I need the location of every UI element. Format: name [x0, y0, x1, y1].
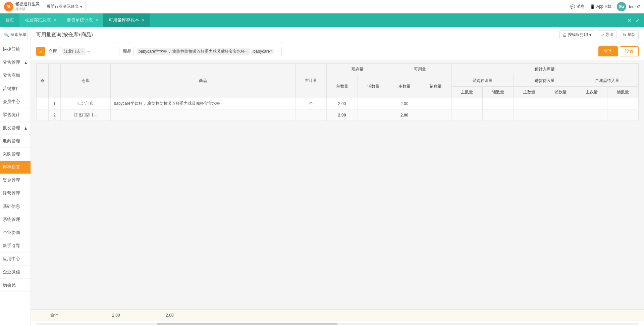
warehouse-filter-input[interactable]: 江北门店 × ···: [59, 47, 119, 56]
row-index: 1: [49, 98, 61, 109]
product-tag-1-close[interactable]: ×: [246, 49, 248, 53]
th-purchase-transit: 采购在途量: [451, 75, 514, 87]
brand-name: 畅捷通好生意: [15, 2, 40, 7]
product-filter-input[interactable]: babycare学饮杯 儿童防摔防撞吸管杯重力球吸嘴杯宝宝水杯 × babyca…: [133, 47, 282, 56]
scrollbar-thumb[interactable]: [157, 323, 337, 325]
export-button[interactable]: ↗ 导出: [598, 30, 616, 39]
query-button[interactable]: 查询: [598, 46, 618, 56]
tab-available-inventory[interactable]: 可用量库存账本 ×: [103, 13, 150, 27]
app-download-button[interactable]: 📱 App下载: [590, 4, 611, 9]
row-index: 2: [49, 109, 61, 121]
tab-order-close[interactable]: ×: [96, 18, 98, 22]
top-bar: 畅 畅捷通好生意 标准版 母婴行业演示账套 ▾ 💬 消息 📱 App下载 Ea …: [0, 0, 644, 13]
settings-button[interactable]: 设置: [620, 46, 639, 56]
sidebar-item-ops[interactable]: 经营管理: [0, 187, 31, 200]
sidebar-item-vip[interactable]: 畅会员: [0, 279, 31, 292]
tab-receive-label: 收发存汇总表: [25, 17, 51, 23]
tab-available-label: 可用量库存账本: [109, 17, 139, 23]
sidebar-item-label: 电商管理: [3, 138, 20, 144]
filter-actions: 查询 设置: [598, 46, 639, 56]
warehouse-ellipsis[interactable]: ···: [87, 49, 90, 54]
product-filter-group: 商品 babycare学饮杯 儿童防摔防撞吸管杯重力球吸嘴杯宝宝水杯 × bab…: [123, 47, 282, 56]
tab-expand-icon[interactable]: ⤢: [634, 16, 641, 25]
export-icon: ↗: [601, 33, 604, 37]
sidebar-item-label: 应用中心: [3, 256, 20, 262]
print-icon: 🖨: [562, 33, 567, 37]
refresh-button[interactable]: ↻ 刷新: [620, 30, 639, 39]
sidebar-item-basic[interactable]: 基础信息: [0, 200, 31, 213]
warehouse-filter-label: 仓库: [48, 48, 57, 54]
footer-values: 2.00 2.00: [74, 313, 641, 318]
sidebar-item-label: 零售统计: [3, 112, 20, 118]
filter-expand-button[interactable]: »: [36, 47, 45, 56]
sidebar-item-enterprise[interactable]: 企业协同: [0, 226, 31, 239]
template-selector[interactable]: 母婴行业演示账套 ▾: [43, 2, 86, 11]
row-purchase-aux: [482, 109, 514, 121]
chevron-icon: ▲: [23, 126, 28, 131]
row-current-aux: [358, 109, 389, 121]
sidebar-item-system[interactable]: 系统管理: [0, 213, 31, 226]
th-purchase-aux: 辅数量: [482, 87, 514, 98]
scrollbar-track[interactable]: [36, 323, 639, 325]
row-available-main: 2.00: [389, 98, 420, 109]
product-tag-2-text: babycare?: [253, 49, 272, 54]
tab-available-close[interactable]: ×: [142, 18, 144, 22]
table-row: 1 江北门店 babycare学饮杯 儿童防摔防撞吸管杯重力球吸嘴杯宝宝水杯 个…: [37, 98, 639, 109]
footer-current-main: 2.00: [103, 313, 129, 318]
page-header-actions: 🖨 按模板打印 ▾ ↗ 导出 ↻ 刷新: [559, 30, 639, 39]
sidebar-item-member[interactable]: 会员中心: [0, 95, 31, 108]
brand-sub: 标准版: [15, 7, 40, 11]
sidebar-item-retail-stats[interactable]: 零售统计: [0, 108, 31, 122]
row-production-aux: [607, 98, 638, 109]
tab-close-all-icon[interactable]: ✕: [626, 16, 633, 25]
sidebar-shortcut[interactable]: 快捷导航: [0, 43, 31, 56]
message-icon: 💬: [570, 4, 575, 9]
template-print-button[interactable]: 🖨 按模板打印 ▾: [559, 30, 594, 39]
sidebar-item-retail-mall[interactable]: 零售商城: [0, 69, 31, 82]
tab-home[interactable]: 首页: [0, 13, 19, 27]
row-unit: [295, 109, 326, 121]
sidebar-item-label: 库存核算: [3, 164, 20, 170]
sidebar-item-wechat[interactable]: 企业微信: [0, 266, 31, 279]
tab-order-stats[interactable]: 要货单统计表 ×: [61, 13, 103, 27]
th-settings[interactable]: ⚙: [37, 64, 49, 98]
sidebar-item-purchase[interactable]: 采购管理: [0, 148, 31, 161]
sidebar-item-label: 企业微信: [3, 269, 20, 275]
expand-icon: »: [39, 49, 42, 54]
tab-receive-summary[interactable]: 收发存汇总表 ×: [19, 13, 61, 27]
search-menu-button[interactable]: 🔍 搜索菜单: [3, 30, 28, 40]
th-incoming-aux: 辅数量: [545, 87, 576, 98]
warehouse-tag-close[interactable]: ×: [81, 49, 83, 53]
chevron-down-icon: ▾: [80, 4, 82, 9]
chevron-down-icon: ▾: [589, 33, 591, 37]
content-area: 可用量查询(按仓库+商品) 🖨 按模板打印 ▾ ↗ 导出 ↻ 刷新 »: [31, 27, 644, 326]
msg-button[interactable]: 💬 消息: [570, 4, 585, 9]
row-incoming-main: [514, 109, 545, 121]
th-product: 商品: [110, 64, 295, 98]
product-ellipsis[interactable]: ···: [275, 49, 279, 54]
sidebar-item-label: 会员中心: [3, 99, 20, 105]
sidebar-item-finance[interactable]: 资金管理: [0, 174, 31, 187]
row-production-main: [576, 109, 607, 121]
sidebar-item-label: 基础信息: [3, 203, 20, 209]
search-icon: 🔍: [4, 33, 9, 37]
table-row: 2 江北门店【... 2.00 2.00: [37, 109, 639, 121]
sidebar-item-ecommerce[interactable]: 电商管理: [0, 135, 31, 148]
main-layout: 🔍 搜索菜单 快捷导航 零售管理 ▲ 零售商城 营销推广 会员中心 零售统计 批…: [0, 27, 644, 326]
sidebar-item-marketing[interactable]: 营销推广: [0, 82, 31, 95]
refresh-label: 刷新: [628, 32, 636, 38]
sidebar-item-retail-mgmt[interactable]: 零售管理 ▲: [0, 56, 31, 69]
user-area[interactable]: Ea demo2: [617, 2, 640, 11]
tab-order-label: 要货单统计表: [67, 17, 93, 23]
sidebar-item-wholesale[interactable]: 批发管理 ▲: [0, 122, 31, 135]
sidebar-item-newguide[interactable]: 新手引导: [0, 239, 31, 252]
sidebar-item-inventory[interactable]: 库存核算: [0, 161, 31, 174]
tab-receive-close[interactable]: ×: [54, 18, 56, 22]
page-title: 可用量查询(按仓库+商品): [36, 32, 93, 38]
sidebar-item-appcenter[interactable]: 应用中心: [0, 252, 31, 266]
logo-symbol: 畅: [7, 4, 10, 9]
table-area: ⚙ 仓库 商品 主计量 现存量 可用量 预计入库量 主数量 辅数量 主数量 辅数…: [31, 60, 644, 309]
avatar-text: Ea: [619, 4, 624, 9]
row-available-main: 2.00: [389, 109, 420, 121]
th-incoming-pending: 进货待入量: [514, 75, 576, 87]
